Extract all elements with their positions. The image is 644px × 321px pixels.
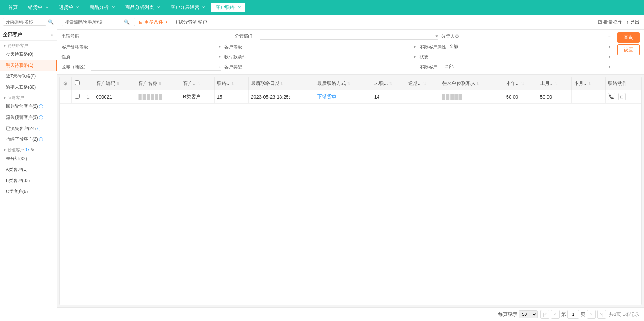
nav-customer-contact[interactable]: 客户联络 ✕ xyxy=(211,3,245,12)
sidebar-item-classB[interactable]: B类客户(33) xyxy=(0,175,57,186)
sort-not-contact-icon[interactable]: ⇅ xyxy=(389,82,392,86)
retail-attr-select[interactable]: 全部 ▼ xyxy=(449,42,612,51)
nature-select[interactable]: ▼ xyxy=(87,54,221,60)
sort-month-icon[interactable]: ⇅ xyxy=(589,82,592,86)
nav-purchase[interactable]: 进货单 ✕ xyxy=(55,3,84,12)
last-page-btn[interactable]: >| xyxy=(597,310,606,319)
footer-page-size: 每页显示 50 100 200 xyxy=(498,310,538,318)
sort-name-icon[interactable]: ⇅ xyxy=(158,82,161,86)
first-page-btn[interactable]: |< xyxy=(540,310,549,319)
col-checkbox-header xyxy=(71,77,83,90)
region-dots-icon[interactable]: ··· xyxy=(218,64,222,69)
col-type-header: 客户...⇅ xyxy=(181,77,214,90)
export-btn[interactable]: ↑ 导出 xyxy=(626,19,640,25)
page-unit: 页 xyxy=(581,311,585,318)
sort-date-icon[interactable]: ⇅ xyxy=(281,82,284,86)
main-layout: 🔍 全部客户 « 待联络客户 今天待联络(0) 明天待联络(1) 近7天待联络(… xyxy=(0,15,644,321)
payment-select[interactable]: ▼ xyxy=(249,54,416,60)
col-name-header: 客户名称⇅ xyxy=(136,77,181,90)
more-filters-btn[interactable]: ⊟ 更多条件 ▲ xyxy=(139,19,168,25)
status-select[interactable]: ▼ xyxy=(445,54,612,60)
page-input[interactable] xyxy=(567,310,579,319)
nav-product-analysis[interactable]: 商品分析 ✕ xyxy=(85,3,119,12)
sort-person-icon[interactable]: ⇅ xyxy=(477,82,480,86)
sort-type-icon[interactable]: ⇅ xyxy=(198,82,201,86)
dept-label: 分管部门 xyxy=(235,33,257,39)
sidebar-search-icon[interactable]: 🔍 xyxy=(48,19,54,25)
nav-close-customer-contact[interactable]: ✕ xyxy=(238,5,241,10)
nav-close-product-list[interactable]: ✕ xyxy=(157,5,160,10)
sidebar-all-customers[interactable]: 全部客户 « xyxy=(0,29,57,41)
value-refresh-icon[interactable]: ↻ xyxy=(25,147,29,152)
dept-select[interactable]: ▼ xyxy=(260,33,439,40)
col-not-contact-header: 未联...⇅ xyxy=(372,77,406,90)
search-icon[interactable]: 🔍 xyxy=(124,19,130,25)
phone-input[interactable] xyxy=(87,32,232,40)
footer: 每页显示 50 100 200 |< < 第 页 > >| 共1页 1条记录 xyxy=(57,307,644,321)
sort-lastmonth-icon[interactable]: ⇅ xyxy=(555,82,558,86)
type-select[interactable] xyxy=(249,66,416,68)
action-grid-icon[interactable]: ⊞ xyxy=(618,93,626,100)
nav-close-product-analysis[interactable]: ✕ xyxy=(112,5,115,10)
sidebar-item-classA[interactable]: A类客户(1) xyxy=(0,164,57,175)
row-checkbox[interactable] xyxy=(75,94,80,99)
sidebar-item-warning[interactable]: 流失预警客户(3) ⓘ xyxy=(0,112,57,123)
retail-select[interactable]: 全部 ▼ xyxy=(445,62,612,71)
row-code: 000021 xyxy=(94,90,136,104)
customer-table: ⚙ 客户编码⇅ 客户名称⇅ 客户...⇅ xyxy=(60,77,641,104)
status-label: 状态 xyxy=(420,54,442,60)
filter-customer-level: 客户等级 ▼ xyxy=(224,44,416,50)
col-code-header: 客户编码⇅ xyxy=(94,77,136,90)
sidebar-group-value: 价值客户 ↻ ✎ xyxy=(0,145,57,153)
sort-year-icon[interactable]: ⇅ xyxy=(521,82,524,86)
nature-chevron: ▼ xyxy=(218,55,222,59)
search-input[interactable] xyxy=(65,20,124,25)
nav-customer-tier[interactable]: 客户分层经营 ✕ xyxy=(166,3,210,12)
my-customers-check[interactable]: 我分管的客户 xyxy=(172,19,207,25)
sidebar-item-tomorrow[interactable]: 明天待联络(1) xyxy=(0,60,57,71)
person-dots-icon[interactable]: ··· xyxy=(608,34,612,39)
type-label: 客户类型 xyxy=(224,64,246,70)
sidebar-item-today[interactable]: 今天待联络(0) xyxy=(0,49,57,60)
select-all-checkbox[interactable] xyxy=(75,80,80,85)
next-page-btn[interactable]: > xyxy=(587,310,596,319)
my-customers-checkbox[interactable] xyxy=(172,20,177,24)
page-label: 第 xyxy=(561,311,566,318)
person-input[interactable] xyxy=(466,32,606,40)
value-edit-icon[interactable]: ✎ xyxy=(31,147,34,152)
batch-ops-btn[interactable]: ☑ 批量操作 xyxy=(598,19,623,25)
sort-contact-icon[interactable]: ⇅ xyxy=(232,82,235,86)
price-level-select[interactable]: ▼ xyxy=(91,44,221,50)
set-button[interactable]: 设置 xyxy=(617,44,640,55)
search-input-wrap: 🔍 xyxy=(62,18,135,26)
sort-overdue-icon[interactable]: ⇅ xyxy=(423,82,426,86)
nav-close-sales[interactable]: ✕ xyxy=(45,5,49,10)
action-phone-icon[interactable]: 📞 xyxy=(608,93,615,100)
prev-page-btn[interactable]: < xyxy=(551,310,560,319)
sidebar-item-lost[interactable]: 已流失客户(24) ⓘ xyxy=(0,123,57,134)
customer-level-select[interactable]: ▼ xyxy=(249,44,416,50)
sidebar-item-7days[interactable]: 近7天待联络(0) xyxy=(0,71,57,82)
sidebar-all-label: 全部客户 xyxy=(3,31,22,38)
region-select[interactable]: ··· xyxy=(91,63,221,71)
query-button[interactable]: 查询 xyxy=(617,32,640,43)
sidebar-item-abnormal[interactable]: 回购异常客户(2) ⓘ xyxy=(0,101,57,112)
filter-retail-attr: 零散客户属性 全部 ▼ xyxy=(420,42,612,51)
nav-sales[interactable]: 销货单 ✕ xyxy=(24,3,53,12)
table-settings-icon[interactable]: ⚙ xyxy=(63,80,68,86)
sort-code-icon[interactable]: ⇅ xyxy=(116,82,119,86)
sidebar-item-classC[interactable]: C类客户(6) xyxy=(0,186,57,197)
nav-close-customer-tier[interactable]: ✕ xyxy=(202,5,205,10)
retail-attr-label: 零散客户属性 xyxy=(420,44,446,50)
page-size-select[interactable]: 50 100 200 xyxy=(519,310,538,318)
sidebar-item-overdue[interactable]: 逾期未联络(30) xyxy=(0,82,57,93)
customer-level-chevron: ▼ xyxy=(413,45,417,49)
sidebar-item-declining[interactable]: 持续下滑客户(2) ⓘ xyxy=(0,134,57,145)
nav-home[interactable]: 首页 xyxy=(4,3,22,12)
nav-close-purchase[interactable]: ✕ xyxy=(76,5,79,10)
sort-method-icon[interactable]: ⇅ xyxy=(347,82,350,86)
last-method-link[interactable]: 下销货单 xyxy=(317,94,336,99)
sidebar-search-input[interactable] xyxy=(3,18,46,26)
nav-product-list[interactable]: 商品分析列表 ✕ xyxy=(121,3,165,12)
sidebar-item-ungroup[interactable]: 未分组(32) xyxy=(0,153,57,165)
